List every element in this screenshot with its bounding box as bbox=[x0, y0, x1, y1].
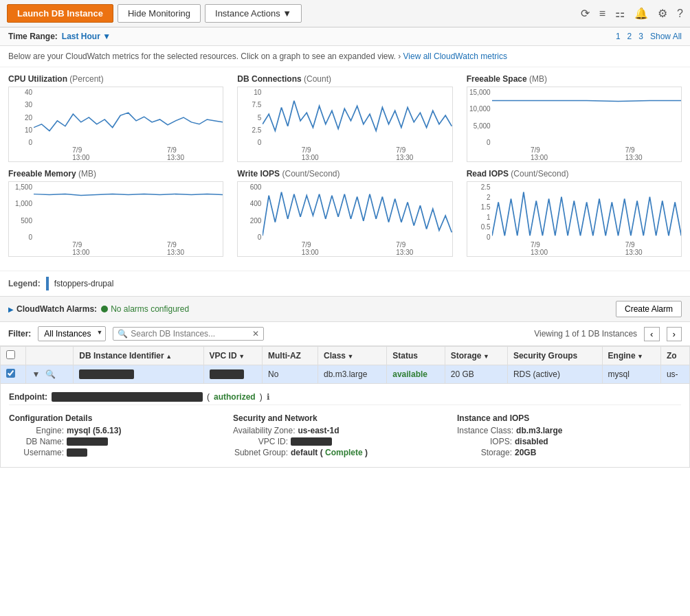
chart-freeable-space-svg bbox=[492, 87, 681, 149]
top-toolbar: Launch DB Instance Hide Monitoring Insta… bbox=[0, 0, 690, 27]
config-section-details: Configuration Details Engine: mysql (5.6… bbox=[9, 411, 233, 461]
hide-monitoring-button[interactable]: Hide Monitoring bbox=[118, 4, 201, 23]
storage-value: 20GB bbox=[515, 448, 536, 457]
users-icon[interactable]: ⚏ bbox=[615, 7, 625, 20]
info-icon[interactable]: ℹ bbox=[267, 392, 270, 402]
th-status[interactable]: Status bbox=[387, 347, 445, 365]
refresh-icon[interactable]: ⟳ bbox=[581, 7, 590, 20]
row-icon-down[interactable]: ▼ bbox=[32, 369, 40, 379]
chart-freeable-memory-svg bbox=[34, 182, 223, 244]
chart-freeable-space-box: 15,00010,0005,0000 7/913:007/913:30 bbox=[467, 87, 682, 162]
menu-icon[interactable]: ≡ bbox=[599, 8, 605, 20]
dbname-label: DB Name: bbox=[9, 437, 64, 446]
chart-connections[interactable]: DB Connections (Count) 107.552.50 7/913:… bbox=[237, 74, 452, 162]
chevron-down-icon: ▼ bbox=[282, 8, 291, 19]
vpc-value-blurred bbox=[291, 437, 332, 446]
chart-connections-box: 107.552.50 7/913:007/913:30 bbox=[237, 87, 452, 162]
chart-freeable-space-y-axis: 15,00010,0005,0000 bbox=[467, 87, 492, 148]
row-vpc-id bbox=[203, 365, 262, 384]
th-checkbox bbox=[1, 347, 26, 365]
green-dot-icon bbox=[101, 306, 108, 312]
filter-bar: Filter: All Instances 🔍 ✕ Viewing 1 of 1… bbox=[0, 322, 690, 346]
chart-cpu[interactable]: CPU Utilization (Percent) 403020100 7/91… bbox=[8, 74, 223, 162]
chart-write-iops[interactable]: Write IOPS (Count/Second) 6004002000 7/9… bbox=[237, 169, 452, 257]
config-row-subnet: Subnet Group: default ( Complete ) bbox=[233, 448, 449, 457]
row-checkbox[interactable] bbox=[6, 369, 15, 378]
chevron-down-icon: ▼ bbox=[102, 32, 111, 41]
chart-connections-x-axis: 7/913:007/913:30 bbox=[263, 149, 452, 161]
table-row[interactable]: ▼ 🔍 No db.m3.large available 20 GB RDS (… bbox=[1, 365, 690, 384]
prev-page-button[interactable]: ‹ bbox=[644, 327, 659, 341]
chart-freeable-space[interactable]: Freeable Space (MB) 15,00010,0005,0000 7… bbox=[467, 74, 682, 162]
th-multi-az[interactable]: Multi-AZ bbox=[262, 347, 318, 365]
search-icon: 🔍 bbox=[118, 329, 128, 339]
help-icon[interactable]: ? bbox=[677, 8, 683, 20]
page-2[interactable]: 2 bbox=[627, 32, 632, 41]
page-1[interactable]: 1 bbox=[616, 32, 621, 41]
iops-value: disabled bbox=[515, 437, 548, 446]
search-clear-icon[interactable]: ✕ bbox=[252, 329, 259, 339]
config-row-vpc: VPC ID: bbox=[233, 437, 449, 446]
gear-icon[interactable]: ⚙ bbox=[658, 7, 667, 20]
instance-actions-button[interactable]: Instance Actions ▼ bbox=[205, 4, 302, 23]
config-row-username: Username: bbox=[9, 448, 225, 457]
chart-write-iops-inner bbox=[263, 182, 452, 244]
chart-freeable-memory[interactable]: Freeable Memory (MB) 1,5001,0005000 7/91… bbox=[8, 169, 223, 257]
all-instances-select[interactable]: All Instances bbox=[38, 326, 106, 341]
no-alarms-text: No alarms configured bbox=[111, 304, 189, 314]
create-alarm-button[interactable]: Create Alarm bbox=[616, 301, 682, 317]
row-security-groups: RDS (active) bbox=[507, 365, 602, 384]
instance-class-label: Instance Class: bbox=[457, 426, 513, 435]
time-range-value[interactable]: Last Hour ▼ bbox=[62, 32, 111, 41]
row-checkbox-cell bbox=[1, 365, 26, 384]
chart-freeable-memory-box: 1,5001,0005000 7/913:007/913:30 bbox=[8, 181, 223, 257]
storage-label: Storage: bbox=[457, 448, 512, 457]
chart-freeable-memory-title: Freeable Memory (MB) bbox=[8, 169, 223, 179]
iops-label: IOPS: bbox=[457, 437, 512, 446]
chart-connections-svg bbox=[263, 87, 452, 149]
chart-freeable-memory-y-axis: 1,5001,0005000 bbox=[9, 182, 34, 242]
bell-icon[interactable]: 🔔 bbox=[634, 7, 648, 20]
select-all-checkbox[interactable] bbox=[6, 350, 15, 359]
th-storage[interactable]: Storage bbox=[445, 347, 507, 365]
launch-db-instance-button[interactable]: Launch DB Instance bbox=[7, 4, 113, 23]
username-label: Username: bbox=[9, 448, 64, 457]
authorized-text: authorized bbox=[214, 392, 256, 402]
chart-freeable-space-title: Freeable Space (MB) bbox=[467, 74, 682, 84]
th-vpc-id[interactable]: VPC ID bbox=[203, 347, 262, 365]
chart-read-iops-svg bbox=[492, 182, 681, 244]
chart-read-iops-y-axis: 2.521.510.50 bbox=[467, 182, 492, 242]
chart-freeable-memory-x-axis: 7/913:007/913:30 bbox=[34, 244, 223, 256]
toolbar-icons: ⟳ ≡ ⚏ 🔔 ⚙ ? bbox=[581, 7, 683, 20]
viewing-info: Viewing 1 of 1 DB Instances bbox=[534, 329, 637, 339]
row-icon-search[interactable]: 🔍 bbox=[45, 369, 56, 379]
subnet-label: Subnet Group: bbox=[233, 448, 288, 457]
engine-label: Engine: bbox=[9, 426, 64, 435]
chart-read-iops[interactable]: Read IOPS (Count/Second) 2.521.510.50 7/… bbox=[467, 169, 682, 257]
chart-write-iops-x-axis: 7/913:007/913:30 bbox=[263, 244, 452, 256]
th-engine[interactable]: Engine bbox=[602, 347, 660, 365]
th-class[interactable]: Class bbox=[318, 347, 387, 365]
th-security-groups[interactable]: Security Groups bbox=[507, 347, 602, 365]
config-section-network: Security and Network Availability Zone: … bbox=[233, 411, 457, 461]
show-all-button[interactable]: Show All bbox=[650, 32, 682, 41]
chart-read-iops-inner bbox=[492, 182, 681, 244]
chart-connections-inner bbox=[263, 87, 452, 149]
page-3[interactable]: 3 bbox=[638, 32, 643, 41]
charts-section: CPU Utilization (Percent) 403020100 7/91… bbox=[0, 67, 690, 271]
config-row-az: Availability Zone: us-east-1d bbox=[233, 426, 449, 435]
config-section-title-details: Configuration Details bbox=[9, 413, 225, 423]
view-all-cloudwatch-link[interactable]: View all CloudWatch metrics bbox=[403, 52, 507, 61]
search-input[interactable] bbox=[131, 329, 249, 339]
chart-cpu-svg bbox=[34, 87, 223, 149]
instance-class-value: db.m3.large bbox=[516, 426, 562, 435]
th-zone[interactable]: Zo bbox=[660, 347, 689, 365]
config-row-dbname: DB Name: bbox=[9, 437, 225, 446]
time-range-pages: 1 2 3 Show All bbox=[616, 32, 682, 41]
row-class: db.m3.large bbox=[318, 365, 387, 384]
next-page-button[interactable]: › bbox=[667, 327, 682, 341]
th-identifier[interactable]: DB Instance Identifier bbox=[74, 347, 203, 365]
legend-name: fstoppers-drupal bbox=[54, 279, 114, 288]
endpoint-label: Endpoint: bbox=[9, 392, 47, 402]
th-actions bbox=[26, 347, 74, 365]
